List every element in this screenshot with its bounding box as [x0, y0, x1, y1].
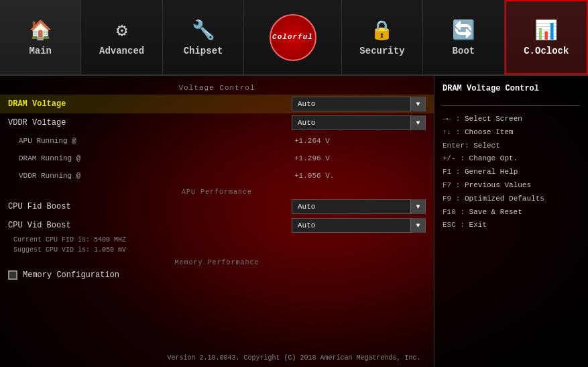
cpu-vid-value: Auto: [292, 221, 410, 229]
left-panel: Voltage Control DRAM Voltage Auto ▼ VDDR…: [0, 76, 434, 367]
main-icon: 🏠: [29, 19, 52, 42]
dram-voltage-arrow[interactable]: ▼: [410, 97, 425, 111]
vddr-voltage-label: VDDR Voltage: [8, 118, 292, 127]
nav-advanced[interactable]: ⚙ Advanced: [81, 0, 162, 74]
cpu-fid-arrow[interactable]: ▼: [410, 199, 425, 214]
boot-icon: 🔄: [452, 19, 475, 42]
key-hint-esc: ESC : Exit: [443, 219, 580, 232]
key-hint-f9: F9 : Optimized Defaults: [443, 193, 580, 206]
nav-coclock[interactable]: 📊 C.Oclock: [505, 0, 588, 74]
nav-bar: 🏠 Main ⚙ Advanced 🔧 Chipset Colorful 🔒 S…: [0, 0, 588, 76]
dram-running-value: +1.296 V: [292, 154, 426, 162]
vddr-voltage-value: Auto: [292, 119, 410, 127]
apu-performance-header: APU Performance: [0, 185, 434, 197]
footer: Version 2.18.0043. Copyright (C) 2018 Am…: [0, 354, 588, 362]
key-hint-f10: F10 : Save & Reset: [443, 206, 580, 219]
vddr-voltage-row: VDDR Voltage Auto ▼: [0, 113, 434, 132]
dram-voltage-dropdown[interactable]: Auto ▼: [292, 97, 426, 111]
cpu-vid-arrow[interactable]: ▼: [410, 218, 425, 233]
key-hint-select-screen: →← : Select Screen: [443, 113, 580, 126]
cpu-vid-label: CPU Vid Boost: [8, 221, 292, 230]
vddr-voltage-dropdown[interactable]: Auto ▼: [292, 115, 426, 130]
nav-security[interactable]: 🔒 Security: [342, 0, 423, 74]
apu-running-row: APU Running @ +1.264 V: [0, 132, 434, 150]
voltage-control-header: Voltage Control: [0, 81, 434, 95]
vddr-running-label: VDDR Running @: [8, 172, 292, 180]
security-icon: 🔒: [370, 19, 394, 42]
footer-text: Version 2.18.0043. Copyright (C) 2018 Am…: [167, 354, 420, 362]
advanced-icon: ⚙: [116, 19, 127, 42]
cpu-vid-dropdown[interactable]: Auto ▼: [292, 218, 426, 233]
vddr-voltage-arrow[interactable]: ▼: [410, 115, 425, 130]
key-hint-enter: Enter: Select: [443, 140, 580, 153]
vddr-running-value: +1.056 V.: [292, 172, 426, 180]
dram-running-label: DRAM Running @: [8, 154, 292, 162]
nav-boot-label: Boot: [453, 46, 475, 56]
nav-main[interactable]: 🏠 Main: [0, 0, 81, 74]
memory-config-checkbox[interactable]: [8, 270, 17, 280]
cpu-fid-value: Auto: [292, 203, 410, 211]
nav-advanced-label: Advanced: [99, 46, 144, 56]
suggest-cpu-vid-info: Suggest CPU VID is: 1.050 mV: [0, 245, 434, 255]
nav-boot[interactable]: 🔄 Boot: [423, 0, 504, 74]
nav-chipset-label: Chipset: [184, 46, 223, 56]
cpu-fid-dropdown[interactable]: Auto ▼: [292, 199, 426, 214]
current-cpu-fid-info: Current CPU FID is: 5400 MHZ: [0, 235, 434, 245]
cpu-vid-row: CPU Vid Boost Auto ▼: [0, 216, 434, 235]
key-hint-choose-item: ↑↓ : Choose Item: [443, 126, 580, 140]
memory-config-label: Memory Configuration: [23, 270, 119, 280]
help-title: DRAM Voltage Control: [443, 84, 580, 93]
nav-security-label: Security: [359, 46, 404, 56]
nav-chipset[interactable]: 🔧 Chipset: [163, 0, 244, 74]
right-panel: DRAM Voltage Control →← : Select Screen …: [434, 76, 588, 367]
memory-config-row[interactable]: Memory Configuration: [0, 268, 434, 282]
help-divider: [443, 105, 580, 106]
dram-voltage-value: Auto: [292, 100, 410, 108]
coclock-icon: 📊: [534, 19, 558, 42]
key-hints: →← : Select Screen ↑↓ : Choose Item Ente…: [443, 113, 580, 232]
apu-running-label: APU Running @: [8, 137, 292, 145]
nav-main-label: Main: [29, 46, 52, 56]
vddr-running-row: VDDR Running @ +1.056 V.: [0, 167, 434, 185]
memory-performance-header: Memory Performance: [0, 255, 434, 268]
dram-voltage-row: DRAM Voltage Auto ▼: [0, 95, 434, 113]
key-hint-f1: F1 : General Help: [443, 166, 580, 179]
apu-running-value: +1.264 V: [292, 137, 426, 145]
cpu-fid-label: CPU Fid Boost: [8, 202, 292, 211]
key-hint-change-opt: +/- : Change Opt.: [443, 152, 580, 166]
cpu-fid-row: CPU Fid Boost Auto ▼: [0, 197, 434, 216]
dram-voltage-label: DRAM Voltage: [8, 99, 292, 109]
main-content: Voltage Control DRAM Voltage Auto ▼ VDDR…: [0, 76, 588, 367]
chipset-icon: 🔧: [192, 19, 215, 42]
nav-coclock-label: C.Oclock: [524, 46, 569, 56]
nav-logo: Colorful: [244, 0, 342, 74]
key-hint-f7: F7 : Previous Values: [443, 179, 580, 193]
brand-logo: Colorful: [270, 14, 316, 61]
dram-running-row: DRAM Running @ +1.296 V: [0, 150, 434, 167]
